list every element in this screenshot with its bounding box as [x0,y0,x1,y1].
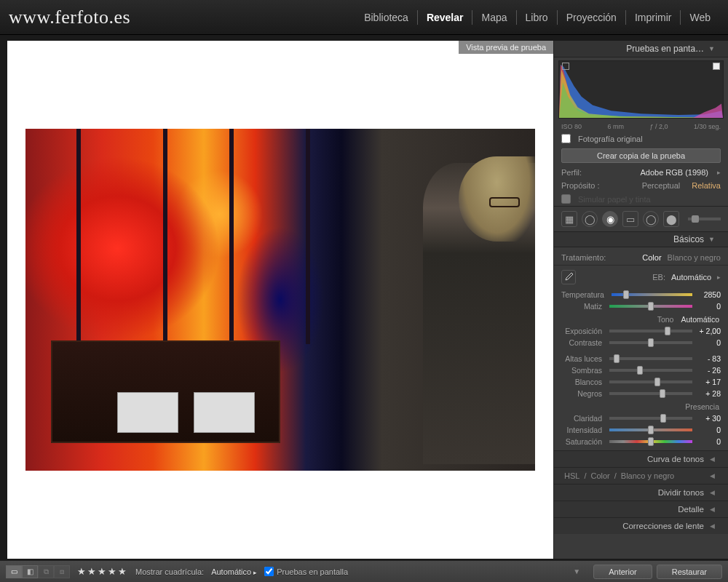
restore-button[interactable]: Restaurar [657,565,722,579]
blancos-value[interactable]: + 17 [695,378,721,386]
exposicion-slider[interactable] [609,330,692,332]
saturacion-label: Saturación [561,437,606,446]
saturacion-slider[interactable] [609,440,692,443]
highlight-clip-icon[interactable] [713,63,720,70]
meta-iso: ISO 80 [561,123,582,130]
rating-stars[interactable]: ★★★★★ [77,566,128,577]
panel-curva[interactable]: Curva de tonos ◀ [554,450,728,467]
treatment-color[interactable]: Color [642,253,661,262]
original-photo-checkbox[interactable] [561,134,571,143]
bottom-buttons: Anterior Restaurar [593,565,722,579]
chevron-left-icon: ◀ [710,455,715,463]
intensidad-label: Intensidad [561,426,606,434]
create-proof-copy-button[interactable]: Crear copia de la prueba [561,148,721,163]
intent-relative[interactable]: Relativa [692,181,721,190]
chevron-down-icon[interactable]: ▼ [573,567,586,575]
treatment-bw[interactable]: Blanco y negro [668,253,721,262]
view-compare-icon[interactable]: ⧉ [38,565,54,578]
spot-tool-icon[interactable]: ◯ [582,211,598,227]
meta-shutter: 1/30 seg. [694,123,721,130]
hsl-opt-hsl[interactable]: HSL [564,471,579,480]
intensidad-value[interactable]: 0 [695,426,721,434]
blancos-slider[interactable] [609,380,692,383]
view-survey-icon[interactable]: ⧈ [54,565,70,578]
profile-label: Perfil: [561,168,605,177]
matiz-slider[interactable] [609,305,692,308]
view-loupe-icon[interactable]: ▭ [6,565,22,578]
proof-panel-title: Pruebas en panta… [626,44,704,54]
negros-slider[interactable] [609,392,692,395]
previous-button[interactable]: Anterior [593,565,652,579]
intent-row: Propósito : Perceptual Relativa [554,179,728,192]
saturacion-value[interactable]: 0 [695,437,721,446]
original-photo-label: Fotografía original [578,135,643,143]
hsl-opt-color[interactable]: Color [590,471,609,480]
brand-title: www.ferfoto.es [9,7,130,28]
contraste-slider[interactable] [609,341,692,344]
proof-panel-header[interactable]: Pruebas en panta… ▼ [554,41,728,57]
wb-row: EB: Automático ▸ [554,266,728,289]
shadow-clip-icon[interactable] [562,63,569,70]
soft-proof-check: Pruebas en pantalla [264,567,348,576]
module-revelar[interactable]: Revelar [418,10,473,25]
soft-proof-checkbox[interactable] [264,567,274,576]
module-imprimir[interactable]: Imprimir [626,10,681,25]
gradient-tool-icon[interactable]: ▭ [622,211,638,227]
radial-tool-icon[interactable]: ◯ [643,211,659,227]
claridad-value[interactable]: + 30 [695,414,721,423]
altas-slider[interactable] [609,357,692,360]
module-libro[interactable]: Libro [517,10,558,25]
chevron-left-icon: ◀ [710,472,715,479]
panel-lente[interactable]: Correcciones de lente ◀ [554,517,728,534]
tool-size-slider[interactable] [688,218,721,220]
basic-panel-header[interactable]: Básicos ▼ [554,232,728,247]
chevron-left-icon: ◀ [710,522,715,530]
profile-value[interactable]: Adobe RGB (1998) [640,168,708,177]
meta-focal: 6 mm [607,123,624,130]
contraste-value[interactable]: 0 [695,338,721,347]
intent-perceptual[interactable]: Perceptual [642,181,681,190]
temperatura-slider[interactable] [612,293,692,296]
exposicion-value[interactable]: + 2,00 [695,327,721,335]
presence-subheader: Presencia [554,399,728,412]
wb-value[interactable]: Automático [671,273,711,282]
panel-hsl[interactable]: HSL/ Color/ Blanco y negro ◀ [554,467,728,484]
canvas-inner [7,41,553,559]
module-mapa[interactable]: Mapa [472,10,516,25]
wb-label: EB: [652,273,665,282]
claridad-slider[interactable] [609,417,692,420]
intensidad-slider[interactable] [609,428,692,431]
grid-select[interactable]: Automático ▸ [211,567,257,576]
exposicion-label: Exposición [561,327,606,335]
basic-panel: Tratamiento: Color Blanco y negro EB: Au… [554,247,728,450]
top-bar: www.ferfoto.es Biblioteca Revelar Mapa L… [0,0,728,35]
panel-dividir[interactable]: Dividir tonos ◀ [554,484,728,501]
view-before-after-icon[interactable]: ◧ [22,565,38,578]
altas-value[interactable]: - 83 [695,354,721,363]
matiz-value[interactable]: 0 [695,302,721,311]
module-web[interactable]: Web [681,10,719,25]
photo-preview[interactable] [25,129,535,471]
panel-lente-title: Correcciones de lente [622,522,704,530]
redeye-tool-icon[interactable]: ◉ [602,211,618,227]
sombras-value[interactable]: - 26 [695,366,721,375]
treatment-label: Tratamiento: [561,253,606,262]
tone-auto-button[interactable]: Automático [681,315,719,324]
temperatura-value[interactable]: 2850 [695,290,721,299]
negros-value[interactable]: + 28 [695,389,721,398]
module-proyeccion[interactable]: Proyección [558,10,626,25]
eyedropper-tool-icon[interactable] [561,270,576,284]
chevron-updown-icon[interactable]: ▸ [717,169,721,176]
histogram[interactable] [558,60,724,119]
sombras-slider[interactable] [609,369,692,372]
contraste-label: Contraste [561,338,606,347]
chevron-updown-icon[interactable]: ▸ [717,274,721,281]
module-biblioteca[interactable]: Biblioteca [355,10,418,25]
slider-matiz: Matiz 0 [554,300,728,312]
brush-tool-icon[interactable]: ⬤ [663,211,679,227]
canvas-area: Vista previa de prueba [7,41,553,559]
hsl-opt-bw[interactable]: Blanco y negro [621,471,674,480]
crop-tool-icon[interactable]: ▦ [561,211,577,227]
panel-detalle[interactable]: Detalle ◀ [554,501,728,517]
negros-label: Negros [561,389,606,398]
